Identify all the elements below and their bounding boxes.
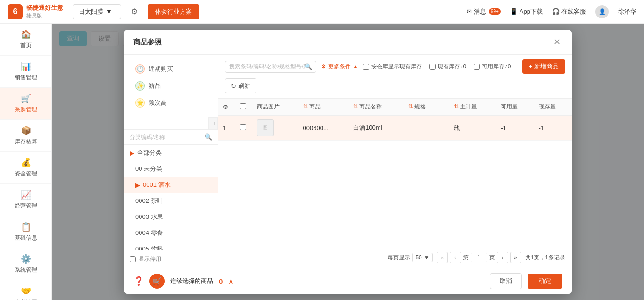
category-search-area: 🔍 bbox=[124, 130, 218, 145]
modal-toolbar: 🔍 ⚙ 更多条件 ▲ 按仓库显示现有库存 bbox=[218, 55, 572, 99]
sidebar-item-purchase[interactable]: 🛒 采购管理 bbox=[0, 88, 51, 120]
cat-0003[interactable]: 0003 水果 bbox=[124, 209, 218, 225]
cell-name: 白酒100ml bbox=[348, 116, 404, 141]
cat-0001-arrow: ▶ bbox=[135, 182, 140, 189]
show-disabled-checkbox[interactable] bbox=[130, 256, 136, 262]
system-icon: ⚙️ bbox=[21, 254, 31, 264]
footer-collapse-btn[interactable]: ∧ bbox=[228, 277, 234, 286]
cat-all[interactable]: ▶ 全部分类 bbox=[124, 145, 218, 161]
sidebar-item-finance[interactable]: 💰 资金管理 bbox=[0, 152, 51, 184]
checkbox-warehouse[interactable]: 按仓库显示现有库存 bbox=[363, 63, 422, 71]
row-checkbox[interactable] bbox=[240, 124, 246, 130]
pagination: 每页显示 50 ▼ « ‹ 第 页 bbox=[218, 247, 572, 268]
table-row[interactable]: 1 图 000600... 白酒100ml 瓶 bbox=[218, 116, 572, 141]
confirm-button[interactable]: 确定 bbox=[528, 274, 562, 289]
cancel-button[interactable]: 取消 bbox=[490, 273, 522, 289]
filter-btn[interactable]: ⚙ 更多条件 ▲ bbox=[321, 63, 358, 71]
inventory-icon: 📦 bbox=[21, 125, 31, 136]
available-checkbox[interactable] bbox=[474, 64, 480, 70]
collapse-panel-btn[interactable]: 《 bbox=[208, 117, 218, 129]
page-size-select: 每页显示 50 ▼ bbox=[388, 253, 432, 262]
purchase-icon: 🛒 bbox=[21, 93, 31, 104]
enterprise-icon: 🤝 bbox=[21, 286, 31, 296]
cell-stock: -1 bbox=[534, 116, 572, 141]
cat-0002[interactable]: 0002 茶叶 bbox=[124, 193, 218, 209]
user-avatar[interactable]: 👤 bbox=[595, 5, 609, 18]
th-code[interactable]: ⇅ 商品... bbox=[298, 99, 349, 116]
show-disabled-area: 显示停用 bbox=[124, 250, 218, 268]
selected-count-label: 连续选择的商品 bbox=[170, 277, 213, 285]
sort-icon-unit: ⇅ bbox=[454, 103, 459, 110]
product-search-box: 🔍 bbox=[225, 61, 316, 73]
next-page-btn[interactable]: › bbox=[497, 252, 508, 263]
category-search-input[interactable] bbox=[130, 134, 202, 141]
main-layout: 🏠 首页 📊 销售管理 🛒 采购管理 📦 库存核算 💰 资金管理 📈 经营管理 … bbox=[0, 24, 644, 300]
sidebar-item-business[interactable]: 📈 经营管理 bbox=[0, 184, 51, 216]
settings-icon[interactable]: ⚙ bbox=[127, 4, 142, 19]
th-name[interactable]: ⇅ 商品名称 bbox=[348, 99, 404, 116]
online-service-btn[interactable]: 🎧 在线客服 bbox=[552, 8, 586, 16]
th-checkbox[interactable] bbox=[235, 99, 252, 116]
help-icon[interactable]: ❓ bbox=[133, 276, 144, 286]
recent-purchase-item[interactable]: 🕐 近期购买 bbox=[130, 60, 212, 77]
page-navigation: « ‹ 第 页 › » bbox=[437, 252, 521, 263]
modal-footer: ❓ 🛒 连续选择的商品 0 ∧ 取消 确定 bbox=[124, 268, 572, 294]
messages-btn[interactable]: ✉ 消息 99+ bbox=[467, 8, 501, 16]
modal-overlay: 商品参照 ✕ 🕐 近期购买 bbox=[52, 24, 644, 300]
frequent-item[interactable]: ⭐ 频次高 bbox=[130, 94, 212, 111]
product-table: ⚙ 商品图片 ⇅ 商品... bbox=[218, 99, 572, 141]
cell-checkbox[interactable] bbox=[235, 116, 252, 141]
sidebar-item-enterprise[interactable]: 🤝 企业协同 bbox=[0, 280, 51, 300]
experience-btn[interactable]: 体验行业方案 bbox=[148, 4, 199, 19]
checkbox-available[interactable]: 可用库存≠0 bbox=[474, 63, 511, 71]
nav-right: ✉ 消息 99+ 📱 App下载 🎧 在线客服 👤 徐泽华 bbox=[467, 5, 636, 18]
quick-select-list: 🕐 近期购买 ✨ 新品 ⭐ 频次高 bbox=[130, 60, 212, 111]
modal-left-panel: 🕐 近期购买 ✨ 新品 ⭐ 频次高 bbox=[124, 55, 218, 268]
th-settings[interactable]: ⚙ bbox=[218, 99, 235, 116]
page-number-input[interactable] bbox=[471, 253, 487, 262]
sort-icon-spec: ⇅ bbox=[408, 103, 413, 110]
stock-checkbox[interactable] bbox=[429, 64, 436, 70]
sidebar-item-home[interactable]: 🏠 首页 bbox=[0, 24, 51, 56]
sidebar-item-system[interactable]: ⚙️ 系统管理 bbox=[0, 248, 51, 280]
cart-icon[interactable]: 🛒 bbox=[149, 274, 165, 289]
sidebar-item-basic-info[interactable]: 📋 基础信息 bbox=[0, 216, 51, 248]
cat-0001[interactable]: ▶ 0001 酒水 bbox=[124, 177, 218, 193]
sidebar-item-sales[interactable]: 📊 销售管理 bbox=[0, 56, 51, 88]
cat-0005[interactable]: 0005 饮料 bbox=[124, 241, 218, 250]
warehouse-checkbox[interactable] bbox=[363, 64, 369, 70]
new-product-item[interactable]: ✨ 新品 bbox=[130, 77, 212, 94]
modal-right-panel: 🔍 ⚙ 更多条件 ▲ 按仓库显示现有库存 bbox=[218, 55, 572, 268]
first-page-btn[interactable]: « bbox=[437, 252, 448, 263]
th-available: 可用量 bbox=[496, 99, 534, 116]
checkbox-stock[interactable]: 现有库存≠0 bbox=[429, 63, 466, 71]
product-reference-modal: 商品参照 ✕ 🕐 近期购买 bbox=[124, 30, 572, 294]
cat-all-arrow: ▶ bbox=[130, 150, 134, 157]
category-search-icon[interactable]: 🔍 bbox=[205, 133, 212, 141]
add-product-btn[interactable]: + 新增商品 bbox=[522, 59, 565, 74]
basic-info-icon: 📋 bbox=[21, 222, 31, 232]
product-thumbnail: 图 bbox=[257, 119, 274, 136]
cat-0004[interactable]: 0004 零食 bbox=[124, 225, 218, 241]
last-page-btn[interactable]: » bbox=[510, 252, 521, 263]
app-download-btn[interactable]: 📱 App下载 bbox=[510, 8, 543, 16]
cell-unit: 瓶 bbox=[449, 116, 496, 141]
th-spec[interactable]: ⇅ 规格... bbox=[404, 99, 449, 116]
prev-page-btn[interactable]: ‹ bbox=[450, 252, 461, 263]
logo-icon: 6 bbox=[8, 4, 23, 19]
search-icon[interactable]: 🔍 bbox=[305, 63, 312, 70]
user-name[interactable]: 徐泽华 bbox=[618, 8, 636, 16]
cell-code: 000600... bbox=[298, 116, 349, 141]
refresh-btn[interactable]: ↻ 刷新 bbox=[225, 78, 256, 93]
cat-00[interactable]: 00 未分类 bbox=[124, 161, 218, 177]
modal-close-button[interactable]: ✕ bbox=[551, 36, 562, 48]
sidebar-item-inventory[interactable]: 📦 库存核算 bbox=[0, 120, 51, 152]
cell-num: 1 bbox=[218, 116, 235, 141]
product-search-input[interactable] bbox=[229, 63, 305, 70]
select-all-checkbox[interactable] bbox=[240, 103, 246, 109]
page-size-dropdown[interactable]: 50 ▼ bbox=[412, 253, 432, 262]
home-icon: 🏠 bbox=[21, 29, 31, 40]
th-unit[interactable]: ⇅ 主计量 bbox=[449, 99, 496, 116]
sort-icon-name: ⇅ bbox=[353, 103, 358, 110]
store-selector[interactable]: 日太阳膜 ▼ bbox=[73, 4, 121, 19]
